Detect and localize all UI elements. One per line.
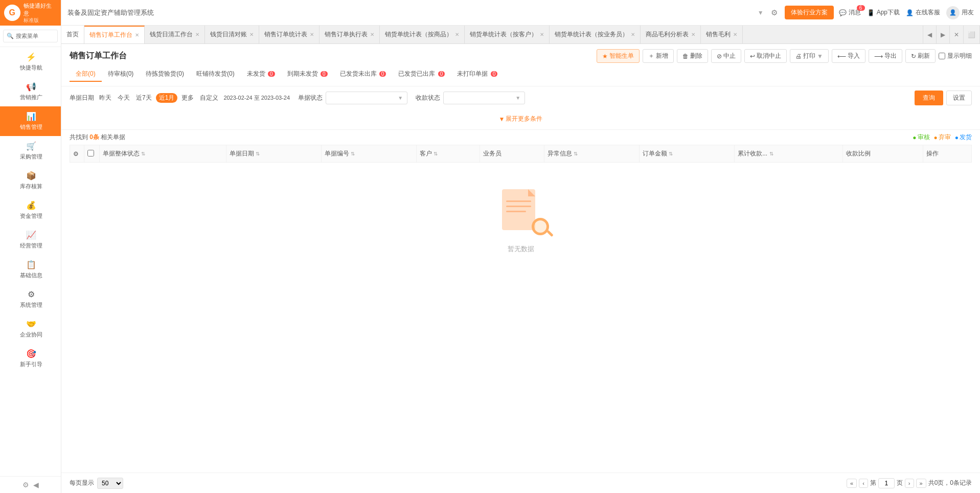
tab-close-sales-stats[interactable]: ✕ (310, 32, 314, 37)
show-detail-toggle[interactable]: 显示明细 (939, 52, 972, 60)
expand-conditions-button[interactable]: ▼ 展开更多条件 (499, 115, 543, 123)
tab-gross-profit[interactable]: 商品毛利分析表 ✕ (641, 26, 701, 44)
date-opt-more[interactable]: 更多 (179, 93, 196, 103)
tab-cash-daily[interactable]: 钱货日清工作台 ✕ (145, 26, 205, 44)
tab-scroll-right[interactable]: ▶ (937, 26, 950, 43)
sidebar-item-base-info[interactable]: 📋 基础信息 (0, 255, 61, 284)
search-menu-button[interactable]: 🔍 搜索菜单 (3, 30, 58, 42)
tab-sales-stats[interactable]: 销售订单统计表 ✕ (259, 26, 320, 44)
export-button[interactable]: ⟶ 导出 (869, 49, 902, 63)
sidebar-item-guide[interactable]: 🎯 新手引导 (0, 344, 61, 373)
cancel-suspend-button[interactable]: ↩ 取消中止 (744, 49, 787, 63)
page-content: 销售订单工作台 ★ 智能生单 ＋ 新增 🗑 删除 ⊘ 中止 (61, 44, 980, 493)
tab-close-sales-by-staff[interactable]: ✕ (631, 32, 635, 37)
tab-scroll-left[interactable]: ◀ (923, 26, 937, 43)
app-download-button[interactable]: 📱 App下载 (867, 8, 900, 17)
date-opt-7days[interactable]: 近7天 (134, 93, 154, 103)
sort-date-icon: ⇅ (256, 151, 260, 156)
filter-tab-pending-inspect[interactable]: 待拣货验货(0) (140, 67, 190, 82)
sidebar-item-sales[interactable]: 📊 销售管理 (0, 106, 61, 136)
sidebar-collapse-button[interactable]: ◀ (33, 481, 39, 489)
delete-button[interactable]: 🗑 删除 (677, 49, 708, 63)
filter-tab-wangpu[interactable]: 旺铺待发货(0) (190, 67, 241, 82)
tab-close-cash-daily[interactable]: ✕ (195, 32, 199, 37)
show-detail-checkbox[interactable] (939, 53, 945, 59)
query-button[interactable]: 查询 (915, 91, 943, 105)
sidebar-item-system[interactable]: ⚙ 系统管理 (0, 284, 61, 314)
batch-unreview-button[interactable]: ● 弃审 (934, 133, 951, 142)
user-menu-button[interactable]: 👤 用友 (946, 6, 974, 19)
sidebar-settings-button[interactable]: ⚙ (22, 481, 29, 489)
tab-close-sales-margin[interactable]: ✕ (733, 32, 737, 37)
column-settings-icon[interactable]: ⚙ (73, 150, 79, 158)
sidebar-item-enterprise[interactable]: 🤝 企业协同 (0, 314, 61, 344)
print-button[interactable]: 🖨 打印 ▼ (790, 49, 829, 63)
sidebar-item-marketing[interactable]: 📢 营销推广 (0, 77, 61, 106)
date-opt-today[interactable]: 今天 (116, 93, 132, 103)
page-size-select[interactable]: 10 20 50 100 (97, 478, 123, 489)
tab-sales-by-staff[interactable]: 销货单统计表（按业务员） ✕ (550, 26, 641, 44)
tab-close-gross-profit[interactable]: ✕ (691, 32, 695, 37)
tab-sales-order[interactable]: 销售订单工作台 ✕ (84, 26, 145, 44)
empty-illustration (493, 183, 549, 239)
tab-sales-exec[interactable]: 销售订单执行表 ✕ (320, 26, 380, 44)
filter-tab-shipped-not-out[interactable]: 已发货未出库 0 (334, 67, 393, 82)
not-shipped-badge: 0 (268, 71, 275, 77)
online-service-button[interactable]: 👤 在线客服 (906, 8, 940, 17)
refresh-button[interactable]: ↻ 刷新 (905, 49, 936, 63)
next-page-button[interactable]: › (905, 479, 914, 488)
marketing-icon: 📢 (26, 82, 36, 92)
batch-review-button[interactable]: ● 审核 (913, 133, 929, 142)
download-icon: 📱 (867, 9, 875, 16)
tab-cash-reconcile[interactable]: 钱货日清对账 ✕ (205, 26, 259, 44)
date-opt-yesterday[interactable]: 昨天 (97, 93, 113, 103)
tab-close-sales-by-product[interactable]: ✕ (455, 32, 459, 37)
prev-page-button[interactable]: ‹ (859, 479, 868, 488)
inventory-icon: 📦 (26, 171, 36, 181)
settings-query-button[interactable]: 设置 (946, 91, 972, 105)
tab-close-all[interactable]: ✕ (950, 26, 964, 43)
tab-home[interactable]: 首页 (61, 26, 84, 44)
page-title: 销售订单工作台 (70, 51, 127, 61)
sidebar-item-purchase[interactable]: 🛒 采购管理 (0, 136, 61, 166)
status-select[interactable]: ▼ (326, 92, 407, 104)
tab-maximize[interactable]: ⬜ (964, 26, 980, 43)
date-options: 昨天 今天 近7天 近1月 更多 自定义 (97, 93, 220, 103)
sort-no-icon: ⇅ (351, 151, 355, 156)
message-button[interactable]: 💬 消息 6 (839, 8, 861, 17)
import-button[interactable]: ⟵ 导入 (832, 49, 865, 63)
settings-icon[interactable]: ⚙ (769, 6, 780, 19)
filter-tab-not-printed[interactable]: 未打印单据 0 (451, 67, 504, 82)
page-number-input[interactable] (878, 478, 895, 488)
tab-close-sales-order[interactable]: ✕ (135, 32, 139, 38)
tab-sales-by-product[interactable]: 销货单统计表（按商品） ✕ (380, 26, 465, 44)
smart-create-button[interactable]: ★ 智能生单 (597, 49, 640, 63)
first-page-button[interactable]: « (847, 479, 857, 488)
table-scroll-area[interactable]: ⚙ 单据整体状态 ⇅ 单据日期 ⇅ (70, 145, 972, 473)
filter-tab-shipped-out[interactable]: 已发货已出库 0 (392, 67, 451, 82)
tab-close-sales-exec[interactable]: ✕ (370, 32, 374, 37)
sidebar-item-finance[interactable]: 💰 资金管理 (0, 195, 61, 225)
filter-tab-not-shipped[interactable]: 未发货 0 (241, 67, 281, 82)
last-page-button[interactable]: » (916, 479, 926, 488)
filter-tab-pending-review[interactable]: 待审核(0) (102, 67, 140, 82)
date-opt-1month[interactable]: 近1月 (156, 93, 178, 103)
tab-sales-margin[interactable]: 销售毛利 ✕ (701, 26, 743, 44)
sidebar-item-inventory[interactable]: 📦 库存核算 (0, 166, 61, 195)
sort-collected-icon: ⇅ (769, 151, 773, 156)
filter-tab-expired[interactable]: 到期未发货 0 (281, 67, 334, 82)
tab-close-sales-by-customer[interactable]: ✕ (540, 32, 544, 37)
batch-ship-button[interactable]: ● 发货 (955, 133, 972, 142)
tab-sales-by-customer[interactable]: 销货单统计表（按客户） ✕ (465, 26, 550, 44)
add-button[interactable]: ＋ 新增 (643, 49, 674, 63)
sidebar-item-operations[interactable]: 📈 经营管理 (0, 225, 61, 255)
tab-close-cash-reconcile[interactable]: ✕ (249, 32, 254, 37)
date-opt-custom[interactable]: 自定义 (198, 93, 220, 103)
select-all-checkbox[interactable] (87, 150, 94, 156)
quick-nav-icon: ⚡ (26, 52, 36, 62)
filter-tab-all[interactable]: 全部(0) (70, 67, 102, 82)
sidebar-item-quick-nav[interactable]: ⚡ 快捷导航 (0, 47, 61, 77)
payment-select[interactable]: ▼ (443, 92, 525, 104)
industry-solution-button[interactable]: 体验行业方案 (785, 6, 834, 19)
suspend-button[interactable]: ⊘ 中止 (711, 49, 741, 63)
